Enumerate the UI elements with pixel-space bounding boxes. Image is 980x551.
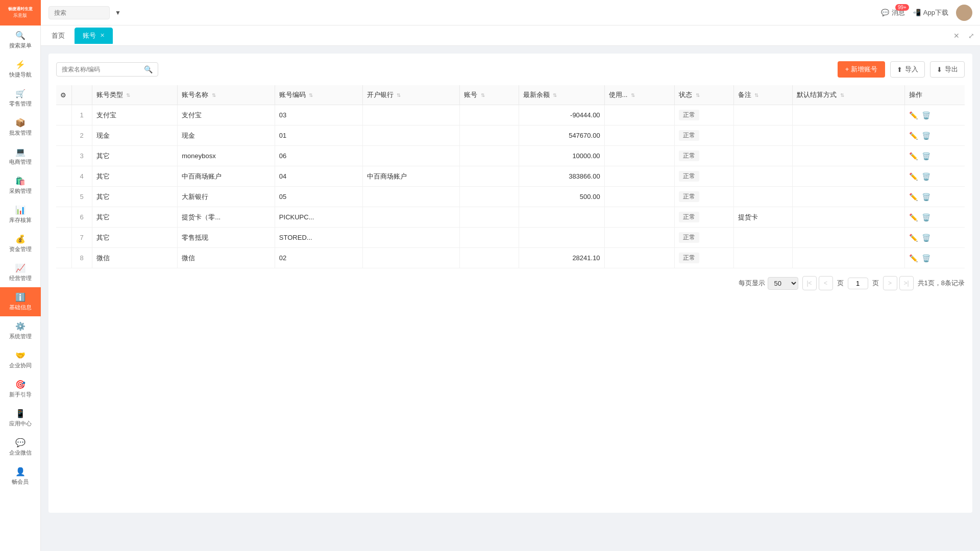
- status-badge: 正常: [679, 110, 699, 120]
- col-account[interactable]: 账号 ⇅: [460, 85, 519, 105]
- edit-button[interactable]: ✏️: [909, 234, 918, 242]
- cell-num: 2: [71, 126, 92, 146]
- sidebar-item-purchase-mgmt[interactable]: 🛍️ 采购管理: [0, 171, 41, 200]
- tab-close-all-button[interactable]: ✕: [950, 30, 963, 42]
- cell-account: [460, 187, 519, 207]
- delete-button[interactable]: 🗑️: [922, 193, 930, 201]
- col-settings[interactable]: ⚙: [56, 85, 71, 105]
- import-button[interactable]: ⬆ 导入: [890, 61, 925, 78]
- sidebar-item-system-mgmt[interactable]: ⚙️ 系统管理: [0, 316, 41, 345]
- table-row: 4 其它 中百商场账户 04 中百商场账户 383866.00 正常 ✏️ 🗑️: [56, 166, 965, 187]
- sidebar-item-ecommerce-mgmt[interactable]: 💻 电商管理: [0, 142, 41, 171]
- message-button[interactable]: 💬 消息 99+: [881, 8, 905, 17]
- page-size-dropdown[interactable]: 50 100 200: [768, 277, 798, 290]
- header-dropdown[interactable]: ▼: [115, 9, 121, 16]
- page-next-button[interactable]: >: [883, 276, 897, 290]
- col-bank[interactable]: 开户银行 ⇅: [362, 85, 460, 105]
- sidebar-item-enterprise-wechat[interactable]: 💬 企业微信: [0, 433, 41, 462]
- tab-account[interactable]: 账号 ✕: [75, 28, 113, 44]
- cell-status: 正常: [674, 228, 733, 248]
- status-badge: 正常: [679, 191, 699, 202]
- delete-button[interactable]: 🗑️: [922, 111, 930, 119]
- cell-usage: [604, 126, 674, 146]
- edit-button[interactable]: ✏️: [909, 152, 918, 160]
- sidebar-item-capital-mgmt[interactable]: 💰 资金管理: [0, 229, 41, 258]
- status-badge: 正常: [679, 151, 699, 161]
- sidebar-item-wholesale-mgmt[interactable]: 📦 批发管理: [0, 113, 41, 142]
- delete-button[interactable]: 🗑️: [922, 213, 930, 221]
- cell-default-settlement: [793, 105, 905, 126]
- cell-bank: [362, 126, 460, 146]
- delete-button[interactable]: 🗑️: [922, 152, 930, 160]
- edit-button[interactable]: ✏️: [909, 254, 918, 262]
- page-last-button[interactable]: >|: [899, 276, 914, 290]
- cell-code: STORED...: [275, 228, 362, 248]
- cell-account: [460, 126, 519, 146]
- cell-code: 06: [275, 146, 362, 166]
- cell-default-settlement: [793, 248, 905, 268]
- sidebar-item-basic-info[interactable]: ℹ️ 基础信息: [0, 287, 41, 316]
- cell-code: 02: [275, 248, 362, 268]
- sidebar-item-app-center[interactable]: 📱 应用中心: [0, 404, 41, 433]
- sidebar-item-quick-nav[interactable]: ⚡ 快捷导航: [0, 55, 41, 84]
- pagination-bar: 每页显示 50 100 200 |< < 页 页 > >| 共1页，8条: [56, 268, 965, 293]
- col-default-settlement[interactable]: 默认结算方式 ⇅: [793, 85, 905, 105]
- cell-num: 1: [71, 105, 92, 126]
- search-input[interactable]: [62, 66, 141, 73]
- export-button[interactable]: ⬇ 导出: [930, 61, 965, 78]
- col-status[interactable]: 状态 ⇅: [674, 85, 733, 105]
- delete-button[interactable]: 🗑️: [922, 172, 930, 181]
- cell-usage: [604, 187, 674, 207]
- cell-action: ✏️ 🗑️: [905, 166, 965, 187]
- sidebar-item-search-menu[interactable]: 🔍 搜索菜单: [0, 26, 41, 55]
- delete-button[interactable]: 🗑️: [922, 234, 930, 242]
- search-box: 🔍: [56, 62, 158, 77]
- col-usage[interactable]: 使用... ⇅: [604, 85, 674, 105]
- delete-button[interactable]: 🗑️: [922, 132, 930, 140]
- col-name[interactable]: 账号名称 ⇅: [178, 85, 275, 105]
- add-account-button[interactable]: + 新增账号: [838, 61, 885, 78]
- col-balance[interactable]: 最新余额 ⇅: [519, 85, 604, 105]
- action-buttons: ✏️ 🗑️: [909, 254, 961, 262]
- edit-button[interactable]: ✏️: [909, 132, 918, 140]
- sidebar-item-label: 库存核算: [9, 216, 32, 224]
- user-avatar[interactable]: [956, 5, 972, 21]
- cell-balance: [519, 207, 604, 228]
- page-input[interactable]: [848, 278, 868, 289]
- sidebar-item-members[interactable]: 👤 畅会员: [0, 462, 41, 491]
- cell-default-settlement: [793, 166, 905, 187]
- sidebar-item-label: 畅会员: [12, 478, 29, 486]
- edit-button[interactable]: ✏️: [909, 193, 918, 201]
- header-left: ▼: [48, 6, 121, 19]
- col-code[interactable]: 账号编码 ⇅: [275, 85, 362, 105]
- header-search-input[interactable]: [48, 6, 110, 19]
- sidebar-item-new-guide[interactable]: 🎯 新手引导: [0, 374, 41, 404]
- pagination-nav: |< < 页 页 > >|: [802, 276, 914, 290]
- sidebar-item-operations-mgmt[interactable]: 📈 经营管理: [0, 258, 41, 287]
- tab-home[interactable]: 首页: [43, 28, 73, 44]
- cell-status: 正常: [674, 105, 733, 126]
- cell-type: 微信: [92, 248, 178, 268]
- export-label: 导出: [945, 65, 958, 74]
- app-download-button[interactable]: 📲 App下载: [913, 8, 948, 17]
- tab-maximize-button[interactable]: ⤢: [965, 30, 977, 42]
- col-remark[interactable]: 备注 ⇅: [733, 85, 793, 105]
- edit-button[interactable]: ✏️: [909, 111, 918, 119]
- sidebar-item-enterprise-agreement[interactable]: 🤝 企业协同: [0, 345, 41, 374]
- cell-default-settlement: [793, 126, 905, 146]
- delete-button[interactable]: 🗑️: [922, 254, 930, 262]
- sidebar-item-inventory[interactable]: 📊 库存核算: [0, 200, 41, 229]
- cell-remark: [733, 228, 793, 248]
- col-type[interactable]: 账号类型 ⇅: [92, 85, 178, 105]
- page-prev-button[interactable]: <: [819, 276, 833, 290]
- status-badge: 正常: [679, 232, 699, 243]
- sidebar-item-retail-mgmt[interactable]: 🛒 零售管理: [0, 84, 41, 113]
- search-icon[interactable]: 🔍: [144, 65, 153, 73]
- edit-button[interactable]: ✏️: [909, 172, 918, 181]
- page-first-button[interactable]: |<: [802, 276, 817, 290]
- cell-remark: [733, 187, 793, 207]
- edit-button[interactable]: ✏️: [909, 213, 918, 221]
- action-buttons: ✏️ 🗑️: [909, 234, 961, 242]
- tab-account-close-icon[interactable]: ✕: [100, 32, 105, 39]
- tab-actions: ✕ ⤢: [950, 30, 977, 42]
